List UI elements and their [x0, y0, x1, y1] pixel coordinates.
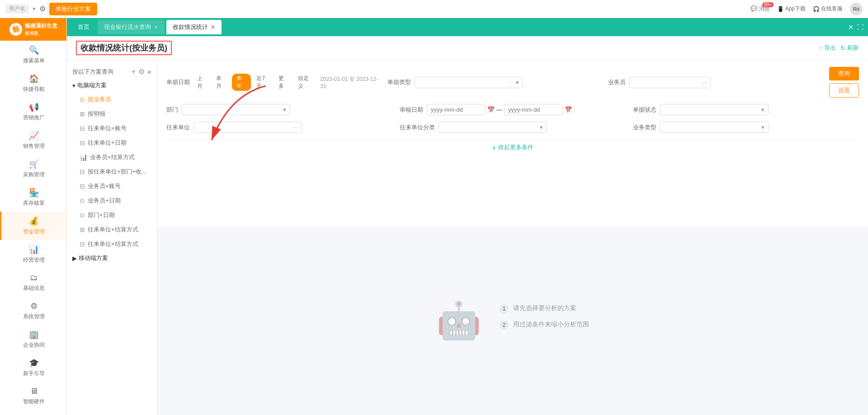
date-tabs: 上月 本月 本年 近7天 更多 自定义 2023-01-01 至 2023-12…: [193, 74, 380, 91]
partner-type-select[interactable]: ▾: [439, 122, 547, 133]
tab-home[interactable]: 首页: [71, 20, 96, 34]
scheme-label-9: 往来单位+结算方式: [88, 226, 138, 234]
dept-select[interactable]: ▾: [182, 104, 290, 115]
calendar-to-icon[interactable]: 📅: [565, 106, 572, 113]
scheme-item-sales-settle[interactable]: 📊 业务员+结算方式: [67, 150, 157, 165]
scheme-item-partner-account[interactable]: ⊟ 往来单位+账号: [67, 121, 157, 136]
date-label: 单据日期: [166, 78, 190, 86]
filter-row-3: 往来单位 ··· 往来单位分类 ▾: [166, 122, 859, 133]
biz-type-chevron: ▾: [761, 124, 764, 131]
doc-type-select[interactable]: ··· ▾: [415, 77, 523, 88]
sidebar-item-nav-label: 快捷导航: [23, 85, 45, 93]
sidebar-item-purchase[interactable]: 🛒 采购管理: [0, 155, 66, 183]
sidebar-item-system[interactable]: ⚙ 系统管理: [0, 297, 66, 325]
date-tab-custom[interactable]: 自定义: [294, 74, 317, 91]
scheme-item-sales-account[interactable]: ⊟ 业务员+账号: [67, 179, 157, 193]
messages-btn[interactable]: 💬 消息 99+: [750, 5, 769, 13]
purchase-icon: 🛒: [29, 159, 39, 169]
operations-icon: 📊: [29, 245, 39, 255]
date-range-text: 2023-01-01 至 2023-12-31: [320, 75, 380, 90]
date-tab-more[interactable]: 更多: [275, 74, 292, 91]
scheme-item-dept-date[interactable]: ⊙ 部门+日期: [67, 208, 157, 222]
sidebar-item-hardware[interactable]: 🖥 智能硬件: [0, 382, 66, 410]
date-tab-7days[interactable]: 近7天: [253, 74, 273, 91]
doc-status-filter-group: 单据状态 ▾: [633, 104, 859, 115]
collapse-sidebar-btn[interactable]: «: [147, 68, 151, 76]
empty-content: 🤖 1 请先选择要分析的方案 2 用过滤条件来缩小分析范围: [436, 299, 589, 342]
partner-label: 往来单位: [166, 123, 190, 132]
sidebar-item-nav[interactable]: 🏠 快捷导航: [0, 69, 66, 98]
collapse-btn[interactable]: ∧ 收起更多条件: [166, 139, 859, 155]
scheme-label-5: 按往来单位+部门+收...: [88, 168, 146, 176]
sidebar-item-finance[interactable]: 💰 资金管理: [0, 212, 66, 240]
scheme-item-salesperson[interactable]: ⊙ 按业务员: [67, 92, 157, 107]
sidebar-item-base-label: 基础信息: [23, 284, 45, 292]
sidebar-item-marketing-label: 营销推广: [23, 114, 45, 122]
audit-date-filter-group: 审核日期 📅 — 📅: [400, 104, 626, 115]
doc-status-select[interactable]: ▾: [660, 104, 769, 115]
scheme-item-partner-date[interactable]: ⊟ 往来单位+日期: [67, 136, 157, 150]
scheme-label-1: 按明细: [88, 110, 105, 118]
scheme-label-4: 业务员+结算方式: [90, 153, 135, 161]
scheme-group-desktop-title[interactable]: ▾ 电脑端方案: [67, 79, 157, 92]
add-scheme-btn[interactable]: +: [132, 68, 136, 76]
audit-date-to[interactable]: [504, 104, 563, 115]
partner-select[interactable]: ···: [193, 122, 302, 133]
doc-type-filter-group: 单据类型 ··· ▾: [387, 77, 601, 88]
maximize-icon[interactable]: ⛶: [857, 24, 863, 31]
page-header: 收款情况统计(按业务员) ↑ 导出 ↻ 刷新: [67, 36, 868, 60]
sidebar-item-marketing[interactable]: 📢 营销推广: [0, 98, 66, 126]
tab-receipt-label: 收款情况统计: [173, 23, 208, 31]
main-wrapper: 首页 现金银行流水查询 ✕ 收款情况统计 ✕ ✕ ⛶ 收款情况统计(按业务员) …: [67, 18, 868, 415]
sidebar-item-search[interactable]: 🔍 搜索菜单: [0, 41, 66, 69]
calendar-from-icon[interactable]: 📅: [487, 106, 495, 113]
biz-type-select[interactable]: ▾: [660, 122, 769, 133]
partner-type-filter-group: 往来单位分类 ▾: [400, 122, 626, 133]
tab-receipt[interactable]: 收款情况统计 ✕: [166, 20, 222, 34]
sidebar-item-inventory[interactable]: 🏪 库存核算: [0, 183, 66, 212]
date-tab-last-month[interactable]: 上月: [193, 74, 211, 91]
dept-chevron: ▾: [283, 106, 286, 113]
settings-scheme-btn[interactable]: ⚙: [138, 67, 145, 76]
settings-icon[interactable]: ⚙: [39, 5, 46, 13]
tab-receipt-close[interactable]: ✕: [211, 24, 215, 30]
set-button[interactable]: 设置: [829, 83, 859, 98]
sidebar-item-enterprise[interactable]: 🏢 企业协同: [0, 325, 66, 354]
scheme-item-partner-dept[interactable]: ⊟ 按往来单位+部门+收...: [67, 165, 157, 179]
scheme-icon-7: ⊙: [80, 197, 85, 204]
salesperson-select[interactable]: ···: [629, 77, 711, 88]
scheme-item-sales-date[interactable]: ⊙ 业务员+日期: [67, 193, 157, 208]
scheme-icon-6: ⊟: [80, 183, 85, 190]
phone-icon: 📱: [777, 6, 784, 12]
user-avatar[interactable]: Rit: [850, 3, 863, 15]
refresh-button[interactable]: ↻ 刷新: [840, 44, 859, 52]
date-tab-this-year[interactable]: 本年: [232, 74, 251, 91]
sidebar-logo: 畅 畅捷通好生意 标准版: [0, 18, 66, 41]
online-service-btn[interactable]: 🎧 在线客服: [813, 5, 843, 13]
scheme-item-partner-settle2[interactable]: ⊟ 往来单位+结算方式: [67, 237, 157, 251]
export-button[interactable]: ↑ 导出: [820, 44, 836, 52]
tab-bank-close[interactable]: ✕: [154, 24, 158, 30]
app-download-btn[interactable]: 📱 App下载: [777, 5, 806, 13]
scheme-icon-4: 📊: [80, 154, 87, 161]
logo-icon: 畅: [9, 23, 22, 36]
sidebar-item-wechat[interactable]: 💬 企业微信: [0, 410, 66, 415]
scheme-item-detail[interactable]: ⊞ 按明细: [67, 107, 157, 121]
scheme-icon-2: ⊟: [80, 125, 85, 132]
close-all-icon[interactable]: ✕: [848, 24, 854, 31]
dropdown-icon[interactable]: ▾: [33, 5, 36, 12]
date-tab-this-month[interactable]: 本月: [212, 74, 230, 91]
scheme-item-partner-settle1[interactable]: ⊞ 往来单位+结算方式: [67, 222, 157, 237]
collapse-chevron-icon: ∧: [492, 144, 496, 151]
sidebar-item-sales[interactable]: 📈 销售管理: [0, 126, 66, 155]
query-button[interactable]: 查询: [829, 67, 859, 80]
sidebar-item-newbie[interactable]: 🎓 新手引导: [0, 354, 66, 382]
sidebar-item-operations[interactable]: 📊 经营管理: [0, 240, 66, 269]
audit-date-label: 审核日期: [400, 106, 423, 114]
trial-button[interactable]: 体验行业方案: [49, 3, 97, 15]
sidebar-item-search-label: 搜索菜单: [23, 57, 45, 65]
sidebar-item-base[interactable]: 🗂 基础信息: [0, 269, 66, 297]
scheme-group-mobile-title[interactable]: ▶ 移动端方案: [67, 251, 157, 265]
tab-bank[interactable]: 现金银行流水查询 ✕: [98, 20, 165, 34]
audit-date-from[interactable]: [427, 104, 486, 115]
